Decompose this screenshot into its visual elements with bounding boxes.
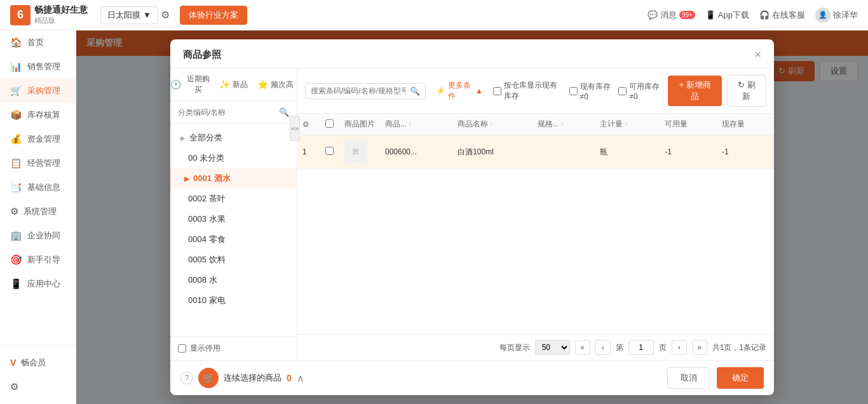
table-settings-icon[interactable]: ⚙ bbox=[302, 120, 309, 129]
cat-item-all-label: 全部分类 bbox=[189, 132, 222, 144]
cat-item-beverage[interactable]: 0005 饮料 bbox=[170, 250, 297, 270]
help-icon[interactable]: ? bbox=[180, 372, 193, 384]
cat-item-unclassified[interactable]: 00 未分类 bbox=[170, 148, 297, 168]
spec-sort[interactable]: 规格... ↕ bbox=[538, 119, 590, 130]
by-warehouse-checkbox[interactable] bbox=[493, 87, 501, 95]
panel-collapse-button[interactable]: «» bbox=[290, 116, 300, 141]
sidebar-label-enterprise: 企业协同 bbox=[27, 230, 60, 241]
cat-item-water[interactable]: 0008 水 bbox=[170, 270, 297, 290]
footer-collapse-button[interactable]: ∧ bbox=[297, 372, 304, 384]
category-search-icon[interactable]: 🔍 bbox=[279, 107, 289, 117]
image-col-header: 商品图片 bbox=[339, 114, 380, 135]
sidebar-item-inventory[interactable]: 📦 库存核算 bbox=[0, 103, 76, 127]
code-sort[interactable]: 商品... ↕ bbox=[385, 119, 447, 130]
messages-button[interactable]: 💬 消息 99+ bbox=[648, 10, 695, 21]
image-col-label: 商品图片 bbox=[344, 119, 375, 128]
name-sort[interactable]: 商品名称 ↕ bbox=[458, 119, 527, 130]
page-suffix-label: 页 bbox=[659, 342, 667, 353]
unit-sort-icon: ↕ bbox=[625, 122, 627, 127]
check-usable-stock[interactable]: 可用库存≠0 bbox=[618, 81, 663, 101]
spec-col-header[interactable]: 规格... ↕ bbox=[532, 114, 595, 135]
per-page-select[interactable]: 50 10 20 100 bbox=[535, 340, 570, 355]
cart-button[interactable]: 🛒 bbox=[198, 368, 219, 388]
new-product-button[interactable]: + 新增商品 bbox=[668, 76, 721, 106]
sidebar-item-appcenter[interactable]: 📱 应用中心 bbox=[0, 272, 76, 296]
cat-tab-frequent-label: 频次高 bbox=[271, 79, 294, 90]
last-page-button[interactable]: » bbox=[692, 340, 707, 355]
cat-tab-frequent[interactable]: ⭐ 频次高 bbox=[255, 69, 297, 100]
cancel-button[interactable]: 取消 bbox=[667, 367, 710, 389]
selected-count: 0 bbox=[287, 373, 292, 383]
cat-item-fruit-label: 0003 水果 bbox=[188, 213, 226, 225]
cat-tab-new-label: 新品 bbox=[233, 79, 248, 90]
page-number-input[interactable] bbox=[628, 340, 654, 355]
stock-col-label: 现存量 bbox=[722, 119, 745, 128]
prev-page-button[interactable]: ‹ bbox=[595, 340, 611, 355]
sidebar-item-operations[interactable]: 📋 经营管理 bbox=[0, 151, 76, 175]
cat-item-all[interactable]: ▶ 全部分类 bbox=[170, 128, 297, 148]
sidebar-item-sales[interactable]: 📊 销售管理 bbox=[0, 55, 76, 79]
star-icon: ⭐ bbox=[257, 79, 268, 90]
cat-item-fruit[interactable]: 0003 水果 bbox=[170, 209, 297, 229]
cat-tab-recent[interactable]: 🕐 近期购买 bbox=[170, 69, 212, 100]
top-nav: 6 畅捷通好生意 精品版 日太阳膜 ▼ ⚙ 体验行业方案 💬 消息 99+ 📱 … bbox=[0, 0, 868, 30]
sidebar-item-purchase[interactable]: 🛒 采购管理 bbox=[0, 79, 76, 103]
inventory-icon: 📦 bbox=[10, 109, 22, 121]
row-available-cell: -1 bbox=[660, 135, 717, 169]
footer-right: 取消 确定 bbox=[667, 367, 764, 389]
unit-col-label: 主计量 bbox=[600, 119, 623, 130]
unit-col-header[interactable]: 主计量 ↕ bbox=[595, 114, 660, 135]
sidebar-item-settings-bottom[interactable]: ⚙ bbox=[0, 375, 76, 399]
cat-item-snack[interactable]: 0004 零食 bbox=[170, 229, 297, 250]
app-download-button[interactable]: 📱 App下载 bbox=[705, 10, 749, 21]
dialog-close-button[interactable]: × bbox=[754, 48, 761, 62]
online-service-button[interactable]: 🎧 在线客服 bbox=[759, 10, 805, 21]
cat-item-water-label: 0008 水 bbox=[188, 274, 217, 286]
settings-button[interactable]: ⚙ bbox=[158, 6, 172, 24]
sidebar-item-enterprise[interactable]: 🏢 企业协同 bbox=[0, 224, 76, 248]
select-all-checkbox[interactable] bbox=[325, 119, 334, 128]
cat-tab-new[interactable]: ✨ 新品 bbox=[212, 69, 254, 100]
cat-item-appliance[interactable]: 0010 家电 bbox=[170, 290, 297, 311]
home-icon: 🏠 bbox=[10, 37, 22, 48]
finance-icon: 💰 bbox=[10, 133, 22, 145]
cat-item-liquor[interactable]: ▶ 0001 酒水 bbox=[170, 168, 297, 189]
sidebar-item-finance[interactable]: 💰 资金管理 bbox=[0, 127, 76, 151]
category-list: ▶ 全部分类 00 未分类 ▶ 0001 酒水 0002 茶叶 bbox=[170, 124, 297, 336]
sidebar-item-basics[interactable]: 📑 基础信息 bbox=[0, 175, 76, 199]
new-icon: ✨ bbox=[219, 79, 230, 90]
experience-button[interactable]: 体验行业方案 bbox=[180, 6, 247, 25]
show-disabled-checkbox[interactable] bbox=[178, 344, 186, 353]
product-search-input[interactable] bbox=[311, 86, 406, 95]
sidebar-item-member[interactable]: V 畅会员 bbox=[0, 351, 76, 375]
cat-item-tea[interactable]: 0002 茶叶 bbox=[170, 189, 297, 209]
refresh-product-button[interactable]: ↻ 刷新 bbox=[727, 75, 766, 107]
message-label: 消息 bbox=[660, 10, 677, 21]
table-row[interactable]: 1 图 000600... bbox=[297, 135, 774, 169]
row-checkbox[interactable] bbox=[325, 147, 334, 155]
code-col-header[interactable]: 商品... ↕ bbox=[380, 114, 452, 135]
category-search-input[interactable] bbox=[178, 108, 275, 117]
unit-sort[interactable]: 主计量 ↕ bbox=[600, 119, 654, 130]
search-icon[interactable]: 🔍 bbox=[410, 86, 420, 96]
usable-stock-checkbox[interactable] bbox=[618, 87, 627, 95]
checkbox-col-header bbox=[320, 114, 339, 135]
check-existing-stock[interactable]: 现有库存≠0 bbox=[569, 81, 614, 101]
name-col-header[interactable]: 商品名称 ↕ bbox=[452, 114, 532, 135]
nav-selector[interactable]: 日太阳膜 ▼ bbox=[100, 6, 158, 24]
sidebar-label-finance: 资金管理 bbox=[27, 133, 60, 145]
sidebar-item-guide[interactable]: 🎯 新手引导 bbox=[0, 248, 76, 272]
sidebar-item-system[interactable]: ⚙ 系统管理 bbox=[0, 199, 76, 224]
check-by-warehouse[interactable]: 按仓库显示现有库存 bbox=[493, 80, 564, 102]
existing-stock-checkbox[interactable] bbox=[569, 87, 578, 95]
stock-col-header: 现存量 bbox=[717, 114, 774, 135]
footer-left: ? 🛒 连续选择的商品 0 ∧ bbox=[180, 368, 304, 388]
dialog-title: 商品参照 bbox=[183, 49, 221, 61]
next-page-button[interactable]: › bbox=[672, 340, 687, 355]
first-page-button[interactable]: « bbox=[575, 340, 590, 355]
product-image: 图 bbox=[344, 140, 367, 163]
sidebar-item-home[interactable]: 🏠 首页 bbox=[0, 30, 76, 55]
user-profile[interactable]: 👤 徐泽华 bbox=[815, 8, 858, 23]
confirm-button[interactable]: 确定 bbox=[717, 367, 764, 389]
filter-more-button[interactable]: ⚡ 更多条件 ▲ bbox=[431, 77, 488, 104]
